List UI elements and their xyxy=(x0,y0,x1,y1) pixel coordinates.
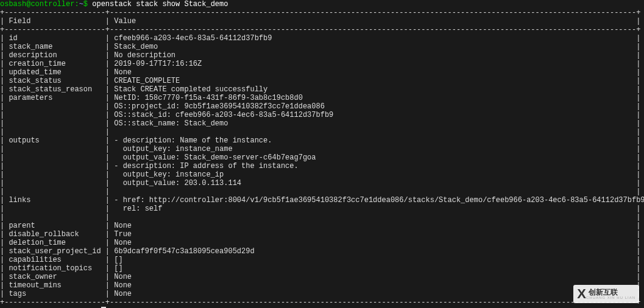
prompt-dollar: $ xyxy=(83,0,92,9)
watermark-sub: CHUANG XIN HU LIAN xyxy=(586,296,635,299)
hr-bottom: +-----------------------+---------------… xyxy=(0,298,640,307)
command-text: openstack stack show Stack_demo xyxy=(92,0,228,9)
prompt-sep: : xyxy=(74,0,79,9)
hr-top: +-----------------------+---------------… xyxy=(0,9,640,17)
prompt-path: ~ xyxy=(79,0,83,9)
watermark-logo-icon: X xyxy=(577,286,586,302)
header-row: | Field | Value | xyxy=(0,17,640,26)
hr-mid: +-----------------------+---------------… xyxy=(0,26,640,34)
terminal-output: osbash@controller:~$ openstack stack sho… xyxy=(0,0,644,308)
table-body: | id | cfeeb966-a203-4ec6-83a5-64112d37b… xyxy=(0,34,644,298)
prompt-user-host: osbash@controller xyxy=(0,0,74,9)
watermark-brand: 创新互联 xyxy=(589,289,635,296)
watermark: X 创新互联 CHUANG XIN HU LIAN xyxy=(573,285,639,303)
header-value: Value xyxy=(114,17,632,26)
header-field: Field xyxy=(9,17,101,26)
